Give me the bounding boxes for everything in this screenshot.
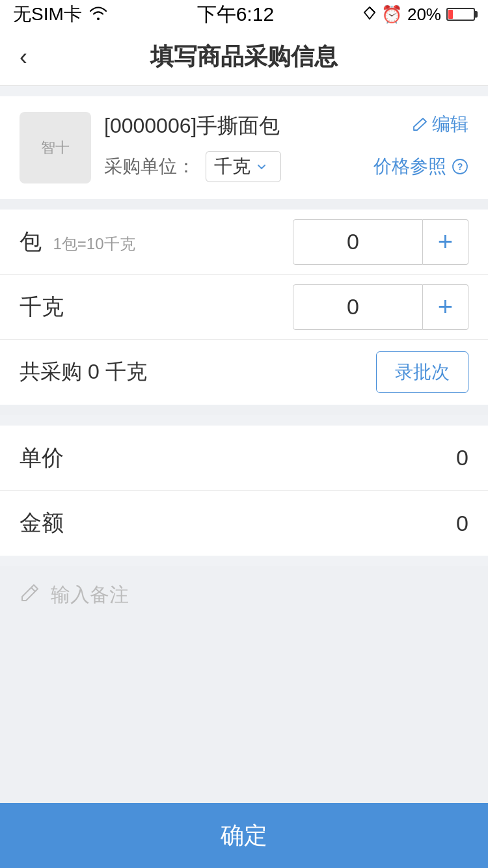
record-batch-button[interactable]: 录批次 <box>376 351 468 393</box>
summary-text: 共采购 0 千克 <box>20 358 147 387</box>
unit-price-value: 0 <box>456 445 468 470</box>
unit-select[interactable]: 千克 <box>206 151 281 182</box>
amount-row: 金额 0 <box>0 491 488 556</box>
bag-label: 包 1包=10千克 <box>20 227 293 257</box>
bag-plus-button[interactable]: + <box>423 219 468 265</box>
kg-input-wrap: + <box>293 284 468 330</box>
kg-plus-button[interactable]: + <box>423 284 468 330</box>
bag-sublabel: 1包=10千克 <box>53 235 135 252</box>
amount-value: 0 <box>456 511 468 536</box>
input-section: 包 1包=10千克 + 千克 + <box>0 210 488 340</box>
section-divider-2 <box>0 405 488 415</box>
kg-input[interactable] <box>293 284 423 330</box>
location-icon <box>363 5 376 25</box>
alarm-icon: ⏰ <box>381 5 402 25</box>
page-title: 填写商品采购信息 <box>150 41 338 73</box>
unit-label: 采购单位： <box>104 154 195 179</box>
bag-input-row: 包 1包=10千克 + <box>0 210 488 275</box>
status-right: ⏰ 20% <box>363 5 475 25</box>
status-time: 下午6:12 <box>197 1 274 28</box>
price-ref-button[interactable]: 价格参照 ? <box>373 154 468 179</box>
battery-percent: 20% <box>407 5 441 25</box>
confirm-button[interactable]: 确定 <box>0 803 488 868</box>
product-image: 智十 <box>20 112 91 183</box>
product-header: [0000006]手撕面包 编辑 <box>104 112 468 141</box>
product-info: [0000006]手撕面包 编辑 采购单位： 千克 价格参照 ? <box>104 112 468 182</box>
unit-price-row: 单价 0 <box>0 426 488 491</box>
price-section: 单价 0 金额 0 <box>0 426 488 556</box>
summary-row: 共采购 0 千克 录批次 <box>0 340 488 405</box>
total-value: 0 <box>88 360 100 383</box>
back-button[interactable]: ‹ <box>20 44 27 71</box>
kg-input-row: 千克 + <box>0 275 488 340</box>
section-divider-1 <box>0 199 488 210</box>
product-name: [0000006]手撕面包 <box>104 112 280 141</box>
battery-icon <box>446 8 475 21</box>
carrier-text: 无SIM卡 <box>13 2 82 27</box>
kg-label: 千克 <box>20 292 293 322</box>
product-card: 智十 [0000006]手撕面包 编辑 采购单位： 千克 价格参照 <box>0 96 488 199</box>
notes-placeholder: 输入备注 <box>51 582 129 608</box>
product-logo: 智十 <box>41 138 70 157</box>
wifi-icon <box>88 4 108 25</box>
status-left: 无SIM卡 <box>13 2 108 27</box>
bag-input[interactable] <box>293 219 423 265</box>
amount-label: 金额 <box>20 508 64 538</box>
purchase-unit-row: 采购单位： 千克 价格参照 ? <box>104 151 468 182</box>
svg-text:?: ? <box>457 161 463 172</box>
edit-button[interactable]: 编辑 <box>413 112 468 137</box>
status-bar: 无SIM卡 下午6:12 ⏰ 20% <box>0 0 488 29</box>
pencil-icon <box>20 582 40 608</box>
bag-input-wrap: + <box>293 219 468 265</box>
nav-bar: ‹ 填写商品采购信息 <box>0 29 488 86</box>
notes-section[interactable]: 输入备注 <box>0 566 488 624</box>
unit-price-label: 单价 <box>20 443 64 473</box>
